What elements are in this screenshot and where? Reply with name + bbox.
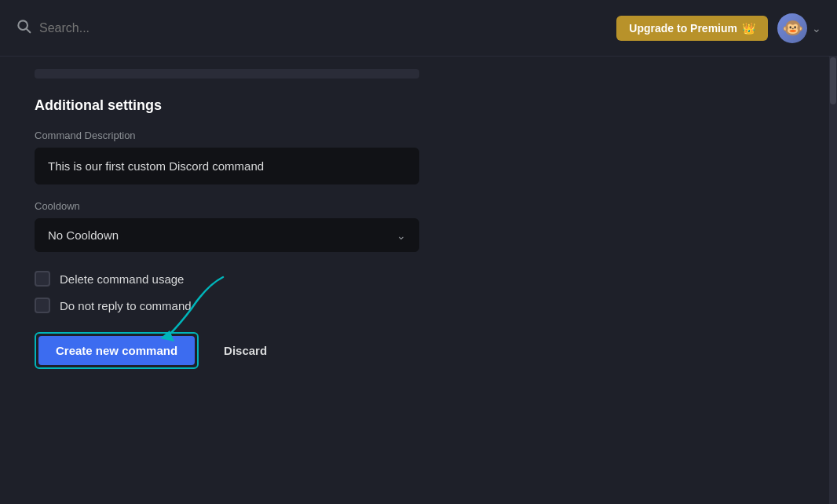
create-new-command-button[interactable]: Create new command (38, 336, 195, 365)
avatar: 🐵 (777, 13, 807, 43)
discard-button[interactable]: Discard (210, 336, 281, 365)
avatar-wrap[interactable]: 🐵 ⌄ (777, 13, 821, 43)
chevron-down-icon: ⌄ (812, 22, 821, 35)
cooldown-label: Cooldown (35, 200, 795, 212)
upgrade-premium-button[interactable]: Upgrade to Premium 👑 (616, 16, 768, 41)
crown-icon: 👑 (742, 22, 755, 35)
checkbox-noreply-label: Do not reply to command (60, 299, 192, 312)
top-bar-placeholder (35, 69, 419, 79)
avatar-emoji: 🐵 (782, 18, 803, 38)
create-button-wrapper: Create new command (35, 332, 199, 369)
checkbox-noreply-row: Do not reply to command (35, 298, 795, 313)
section-title: Additional settings (35, 97, 795, 114)
upgrade-label: Upgrade to Premium (629, 22, 737, 35)
header-right: Upgrade to Premium 👑 🐵 ⌄ (616, 13, 821, 43)
checkbox-delete[interactable] (35, 271, 50, 287)
description-input[interactable] (35, 148, 419, 184)
scrollbar[interactable] (829, 57, 837, 504)
cooldown-chevron-icon: ⌄ (397, 229, 406, 242)
checkbox-delete-row: Delete command usage (35, 271, 795, 287)
main-content: Additional settings Command Description … (0, 57, 829, 504)
checkbox-noreply[interactable] (35, 298, 50, 313)
cooldown-select[interactable]: No Cooldown ⌄ (35, 218, 419, 252)
search-icon (16, 18, 31, 38)
cooldown-value: No Cooldown (48, 228, 119, 242)
description-label: Command Description (35, 130, 795, 141)
svg-line-1 (27, 29, 30, 32)
svg-point-0 (18, 20, 27, 30)
search-area (16, 18, 616, 38)
buttons-area: Create new command Discard (35, 332, 795, 369)
checkbox-delete-label: Delete command usage (60, 272, 184, 286)
header: Upgrade to Premium 👑 🐵 ⌄ (0, 0, 837, 57)
scrollbar-thumb (830, 57, 836, 104)
settings-container: Additional settings Command Description … (35, 97, 795, 369)
search-input[interactable] (39, 21, 196, 35)
